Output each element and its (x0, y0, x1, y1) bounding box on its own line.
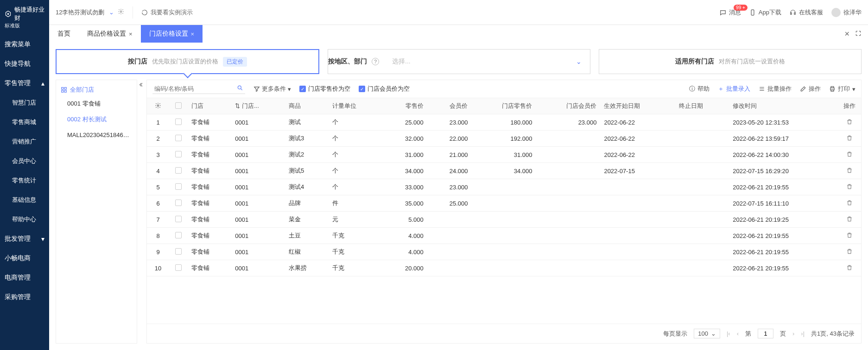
delete-icon[interactable] (846, 168, 853, 175)
delete-icon[interactable] (846, 152, 853, 159)
sidebar-sub-stats[interactable]: 零售统计 (0, 171, 49, 190)
delete-icon[interactable] (846, 233, 853, 240)
app-download-button[interactable]: App下载 (749, 8, 781, 17)
search-input[interactable] (154, 85, 237, 92)
support-button[interactable]: 在线客服 (790, 8, 823, 17)
col-product[interactable]: 商品 (285, 98, 329, 114)
cell-start: 2022-07-15 (600, 163, 675, 179)
col-retail[interactable]: 零售价 (383, 98, 427, 114)
operate-button[interactable]: 操作 (800, 85, 821, 93)
print-button[interactable]: 打印▾ (829, 85, 855, 93)
collapse-tree-button[interactable] (137, 80, 146, 344)
row-checkbox[interactable] (169, 244, 188, 260)
table-row[interactable]: 3零食铺0001测试2个31.00021.00031.0002022-06-22… (147, 147, 861, 163)
messages-button[interactable]: 消息 99 + (720, 8, 741, 17)
sidebar-wholesale[interactable]: 批发管理▾ (0, 229, 49, 249)
table-row[interactable]: 8零食铺0001土豆千克4.0002022-06-21 20:19:55 (147, 228, 861, 244)
table-row[interactable]: 4零食铺0001测试5个34.00024.00034.0002022-07-15… (147, 163, 861, 179)
first-page-button[interactable]: |‹ (727, 330, 730, 337)
cell-end (675, 114, 729, 131)
close-all-icon[interactable]: × (844, 29, 849, 39)
close-icon[interactable]: × (129, 31, 133, 38)
col-member[interactable]: 会员价 (427, 98, 472, 114)
row-checkbox[interactable] (169, 163, 188, 179)
sidebar-quicknav[interactable]: 快捷导航 (0, 54, 49, 74)
col-store-retail[interactable]: 门店零售价 (471, 98, 536, 114)
sidebar-sub-help[interactable]: 帮助中心 (0, 210, 49, 229)
delete-icon[interactable] (846, 136, 853, 143)
sidebar-sub-member[interactable]: 会员中心 (0, 151, 49, 171)
table-row[interactable]: 1零食铺0001测试个25.00023.000180.00023.0002022… (147, 114, 861, 131)
table-row[interactable]: 6零食铺0001品牌件35.00025.0002022-07-15 16:11:… (147, 195, 861, 212)
sidebar-search[interactable]: 搜索菜单 (0, 35, 49, 54)
tree-item[interactable]: MALL20230425184612 哆啦 (59, 127, 134, 143)
search-icon[interactable] (237, 85, 243, 93)
more-filters-button[interactable]: 更多条件▾ (253, 85, 291, 93)
row-checkbox[interactable] (169, 195, 188, 212)
col-modify[interactable]: 修改时间 (729, 98, 838, 114)
col-store-code[interactable]: ⇅ 门店... (231, 98, 285, 114)
col-settings[interactable] (147, 98, 169, 114)
tab-product-price[interactable]: 商品价格设置× (79, 25, 141, 43)
sidebar-retail[interactable]: 零售管理▴ (0, 74, 49, 93)
row-checkbox[interactable] (169, 212, 188, 228)
prev-page-button[interactable]: ‹ (737, 330, 739, 337)
gear-icon[interactable] (118, 8, 124, 16)
next-page-button[interactable]: › (792, 330, 794, 337)
table-row[interactable]: 2零食铺0001测试3个32.00022.000192.0002022-06-2… (147, 131, 861, 147)
user-menu[interactable]: 徐泽华 (831, 8, 862, 17)
delete-icon[interactable] (846, 119, 853, 126)
col-end[interactable]: 终止日期 (675, 98, 729, 114)
table-row[interactable]: 10零食铺0001水果捞千克20.0002022-06-21 20:19:55 (147, 260, 861, 276)
tab-home[interactable]: 首页 (49, 25, 79, 43)
demo-link[interactable]: 我要看实例演示 (141, 8, 193, 17)
sidebar-ecom[interactable]: 电商管理 (0, 268, 49, 288)
delete-icon[interactable] (846, 217, 853, 224)
row-checkbox[interactable] (169, 260, 188, 276)
batch-operate-button[interactable]: 批量操作 (759, 85, 792, 93)
sidebar-sub-retailmall[interactable]: 零售商城 (0, 112, 49, 132)
row-checkbox[interactable] (169, 114, 188, 131)
table-row[interactable]: 9零食铺0001红椒千克4.0002022-06-21 20:19:55 (147, 244, 861, 260)
table-row[interactable]: 5零食铺0001测试4个33.00023.0002022-06-21 20:19… (147, 179, 861, 195)
delete-icon[interactable] (846, 200, 853, 207)
delete-icon[interactable] (846, 184, 853, 191)
help-button[interactable]: ⓘ帮助 (689, 85, 710, 93)
tree-item[interactable]: 0001 零食铺 (59, 96, 134, 112)
table-row[interactable]: 7零食铺0001菜金元5.0002022-06-21 20:19:25 (147, 212, 861, 228)
pager: 每页显示 100⌄ |‹ ‹ 第 页 › ›| 共1页, 43条记录 (147, 324, 861, 343)
col-start[interactable]: 生效开始日期 (600, 98, 675, 114)
per-page-select[interactable]: 100⌄ (694, 329, 720, 338)
filter-retail-empty[interactable]: ✓门店零售价为空 (299, 85, 350, 93)
mode-by-store[interactable]: 按门店 优先取按门店设置的价格 已定价 (56, 49, 319, 74)
fullscreen-icon[interactable] (855, 30, 862, 38)
delete-icon[interactable] (846, 249, 853, 256)
close-icon[interactable]: × (191, 31, 195, 38)
row-checkbox[interactable] (169, 228, 188, 244)
tree-item[interactable]: 0002 村长测试 (59, 112, 134, 127)
page-input[interactable] (758, 329, 773, 338)
sidebar-purchase[interactable]: 采购管理 (0, 288, 49, 307)
sidebar-sub-basicinfo[interactable]: 基础信息 (0, 190, 49, 210)
sidebar-sub-marketing[interactable]: 营销推广 (0, 132, 49, 151)
row-checkbox[interactable] (169, 131, 188, 147)
sidebar-sub-smartstore[interactable]: 智慧门店 (0, 93, 49, 112)
col-store[interactable]: 门店 (188, 98, 231, 114)
cell-store-code: 0001 (231, 260, 285, 276)
col-unit[interactable]: 计量单位 (329, 98, 383, 114)
sidebar-xch[interactable]: 小畅电商 (0, 249, 49, 268)
row-checkbox[interactable] (169, 147, 188, 163)
col-checkbox[interactable] (169, 98, 188, 114)
tree-all-stores[interactable]: 全部门店 (59, 84, 134, 96)
org-selector[interactable]: 12李艳芬测试勿删 ⌄ (56, 8, 114, 17)
help-icon[interactable]: ? (372, 58, 379, 65)
row-checkbox[interactable] (169, 179, 188, 195)
last-page-button[interactable]: ›| (801, 330, 805, 337)
batch-entry-button[interactable]: ＋批量录入 (718, 85, 750, 93)
mode-all-stores[interactable]: 适用所有门店 对所有门店统一设置价格 (599, 49, 862, 74)
tab-store-price[interactable]: 门店价格设置× (141, 25, 203, 43)
delete-icon[interactable] (846, 265, 853, 272)
mode-by-region[interactable]: 按地区、部门 ? 选择... ⌄ (328, 49, 590, 74)
filter-member-empty[interactable]: ✓门店会员价为空 (359, 85, 410, 93)
col-store-member[interactable]: 门店会员价 (536, 98, 600, 114)
